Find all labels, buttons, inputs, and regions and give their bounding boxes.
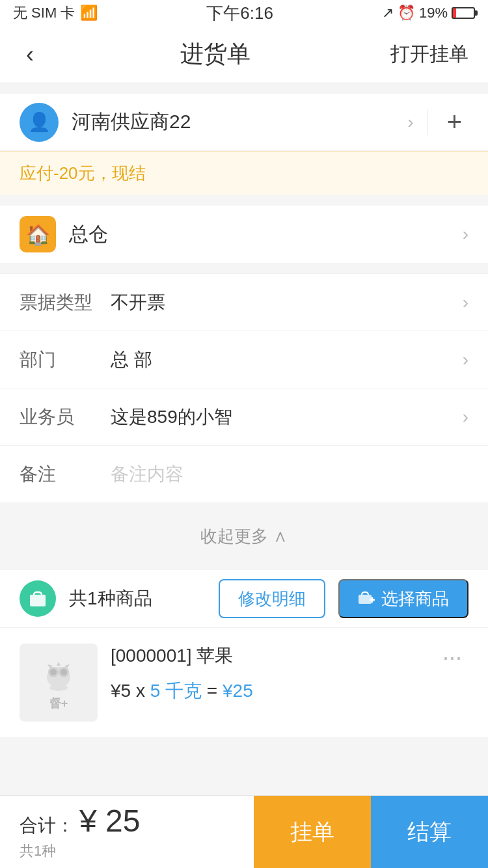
svg-point-7 [50, 669, 57, 675]
salesperson-value: 这是859的小智 [98, 405, 463, 429]
warehouse-chevron-icon: › [463, 224, 468, 245]
total-label: 合计： [20, 813, 74, 838]
carrier-text: 无 SIM 卡 [13, 3, 75, 23]
warehouse-name: 总仓 [69, 221, 463, 248]
department-chevron-icon: › [463, 349, 468, 370]
battery-icon [452, 7, 475, 19]
invoice-type-row[interactable]: 票据类型 不开票 › [0, 273, 488, 331]
cart-add-icon [358, 591, 376, 606]
salesperson-chevron-icon: › [463, 407, 468, 427]
products-card: 共1种商品 修改明细 选择商品 [0, 570, 488, 737]
product-price: ¥5 x 5 千克 = ¥25 [111, 679, 423, 703]
collapse-toggle[interactable]: 收起更多 ∧ [0, 513, 488, 560]
invoice-chevron-icon: › [463, 292, 468, 313]
product-info: [0000001] 苹果 ¥5 x 5 千克 = ¥25 [111, 644, 423, 703]
location-icon: ↗ [382, 5, 394, 21]
product-total: ¥25 [223, 681, 253, 701]
total-sub: 共1种 [20, 841, 234, 861]
total-amount: ¥ 25 [79, 803, 140, 839]
remark-row[interactable]: 备注 备注内容 [0, 445, 488, 502]
product-id: [0000001] [111, 645, 192, 666]
warehouse-row[interactable]: 🏠 总仓 › [0, 206, 488, 263]
product-name: [0000001] 苹果 [111, 644, 423, 668]
supplier-name: 河南供应商22 [72, 109, 407, 135]
department-row[interactable]: 部门 总 部 › [0, 331, 488, 388]
wifi-icon: 📶 [80, 5, 98, 21]
product-count-icon [20, 580, 56, 617]
info-banner: 应付-20元，现结 [0, 151, 488, 195]
salesperson-label: 业务员 [20, 405, 98, 429]
status-right: ↗ ⏰ 19% [382, 5, 475, 21]
back-button[interactable]: ‹ [20, 34, 40, 75]
svg-point-8 [61, 669, 67, 675]
supplier-chevron-icon: › [407, 112, 413, 133]
svg-rect-0 [30, 595, 46, 606]
status-left: 无 SIM 卡 📶 [13, 3, 98, 23]
open-pending-button[interactable]: 打开挂单 [390, 41, 468, 68]
product-unit-price: ¥5 [111, 681, 131, 701]
main-content: 👤 河南供应商22 › + 应付-20元，现结 🏠 总仓 › 票据类型 不开票 … [0, 94, 488, 826]
checkout-button[interactable]: 结算 [371, 796, 488, 869]
product-unit: 千克 [165, 681, 202, 701]
salesperson-row[interactable]: 业务员 这是859的小智 › [0, 388, 488, 445]
avatar-icon: 👤 [28, 111, 51, 133]
product-thumbnail: 督+ [20, 644, 98, 722]
supplier-avatar: 👤 [20, 103, 59, 142]
page-title: 进货单 [180, 38, 251, 70]
battery-text: 19% [419, 5, 448, 21]
collapse-label: 收起更多 ∧ [200, 525, 287, 548]
remark-input[interactable]: 备注内容 [98, 462, 468, 487]
product-more-button[interactable]: ··· [436, 644, 468, 671]
remark-label: 备注 [20, 462, 98, 487]
total-area: 合计： ¥ 25 共1种 [0, 803, 254, 861]
form-card: 票据类型 不开票 › 部门 总 部 › 业务员 这是859的小智 › 备注 备注… [0, 273, 488, 502]
status-time: 下午6:16 [206, 2, 273, 25]
invoice-type-value: 不开票 [98, 290, 463, 315]
product-item: 督+ [0000001] 苹果 ¥5 x 5 千克 = ¥25 ··· [0, 627, 488, 737]
alarm-icon: ⏰ [398, 5, 415, 21]
select-product-button[interactable]: 选择商品 [338, 579, 468, 618]
divider [427, 109, 427, 135]
bottom-bar: 合计： ¥ 25 共1种 挂单 结算 [0, 795, 488, 868]
nav-bar: ‹ 进货单 打开挂单 [0, 26, 488, 83]
pending-button[interactable]: 挂单 [254, 796, 371, 869]
warehouse-icon: 🏠 [20, 216, 56, 252]
product-header: 共1种商品 修改明细 选择商品 [0, 570, 488, 627]
supplier-row[interactable]: 👤 河南供应商22 › + [0, 94, 488, 151]
product-title: 苹果 [197, 645, 233, 666]
total-main: 合计： ¥ 25 [20, 803, 234, 839]
supplier-card: 👤 河南供应商22 › + 应付-20元，现结 [0, 94, 488, 195]
owl-brand-text: 督+ [49, 696, 68, 711]
product-quantity: 5 [150, 681, 161, 701]
status-bar: 无 SIM 卡 📶 下午6:16 ↗ ⏰ 19% [0, 0, 488, 26]
department-label: 部门 [20, 347, 98, 372]
warehouse-card: 🏠 总仓 › [0, 206, 488, 263]
edit-detail-button[interactable]: 修改明细 [219, 579, 325, 618]
add-button[interactable]: + [441, 101, 468, 143]
department-value: 总 部 [98, 347, 463, 372]
cart-icon [27, 588, 48, 609]
svg-marker-10 [57, 662, 61, 666]
product-placeholder-icon [39, 654, 78, 693]
product-count-text: 共1种商品 [69, 586, 206, 611]
svg-point-9 [49, 685, 68, 691]
invoice-type-label: 票据类型 [20, 290, 98, 315]
